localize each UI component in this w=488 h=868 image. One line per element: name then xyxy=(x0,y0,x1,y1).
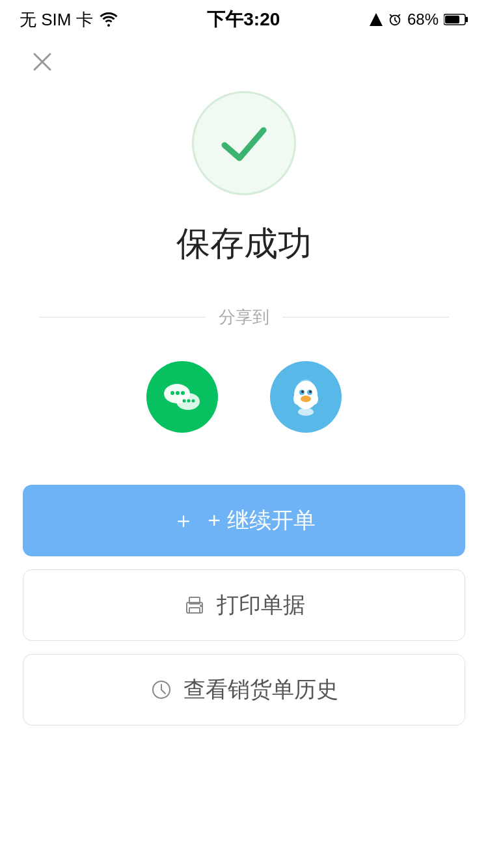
close-button[interactable] xyxy=(26,46,59,78)
svg-point-11 xyxy=(183,400,186,403)
battery-icon xyxy=(444,14,468,25)
svg-point-23 xyxy=(299,379,312,390)
status-time: 下午3:20 xyxy=(207,7,280,32)
svg-point-9 xyxy=(176,391,180,395)
svg-point-20 xyxy=(301,390,304,393)
share-label: 分享到 xyxy=(219,306,269,329)
main-content: 保存成功 分享到 xyxy=(0,39,488,726)
divider-line-right xyxy=(282,317,449,318)
svg-point-27 xyxy=(200,604,202,607)
qq-share-button[interactable] xyxy=(270,361,342,433)
success-title: 保存成功 xyxy=(176,221,312,267)
wechat-icon xyxy=(159,374,205,420)
share-divider: 分享到 xyxy=(0,306,488,329)
print-button[interactable]: 打印单据 xyxy=(23,569,465,641)
svg-point-15 xyxy=(298,408,314,416)
history-icon xyxy=(150,678,173,701)
wechat-share-button[interactable] xyxy=(146,361,218,433)
status-bar: 无 SIM 卡 下午3:20 68% xyxy=(0,0,488,39)
svg-point-16 xyxy=(293,393,301,405)
no-sim-text: 无 SIM 卡 xyxy=(20,8,93,31)
divider-line-left xyxy=(39,317,206,318)
print-icon xyxy=(183,593,206,617)
history-label: 查看销货单历史 xyxy=(183,675,338,705)
wifi-icon xyxy=(100,12,118,27)
svg-point-22 xyxy=(301,396,311,402)
status-left: 无 SIM 卡 xyxy=(20,8,118,31)
location-icon xyxy=(370,13,383,26)
svg-point-21 xyxy=(309,390,312,393)
svg-rect-26 xyxy=(189,608,200,613)
continue-label: + 继续开单 xyxy=(208,506,315,536)
history-button[interactable]: 查看销货单历史 xyxy=(23,654,465,726)
qq-icon xyxy=(283,374,329,420)
svg-point-17 xyxy=(310,393,318,405)
checkmark-icon xyxy=(215,114,273,172)
status-right: 68% xyxy=(370,10,468,29)
svg-point-10 xyxy=(181,391,185,395)
svg-point-12 xyxy=(187,400,191,403)
continue-button[interactable]: ＋ + 继续开单 xyxy=(23,485,465,556)
print-label: 打印单据 xyxy=(217,590,305,620)
action-buttons-container: ＋ + 继续开单 打印单据 查看销货单历史 xyxy=(23,485,465,726)
continue-icon: ＋ xyxy=(172,506,195,536)
svg-rect-2 xyxy=(465,17,468,22)
alarm-icon xyxy=(388,12,402,27)
share-buttons-container xyxy=(146,361,342,433)
success-icon-circle xyxy=(192,91,296,195)
svg-rect-3 xyxy=(445,16,459,23)
battery-text: 68% xyxy=(407,10,439,29)
svg-point-13 xyxy=(192,400,195,403)
svg-point-8 xyxy=(170,391,174,395)
